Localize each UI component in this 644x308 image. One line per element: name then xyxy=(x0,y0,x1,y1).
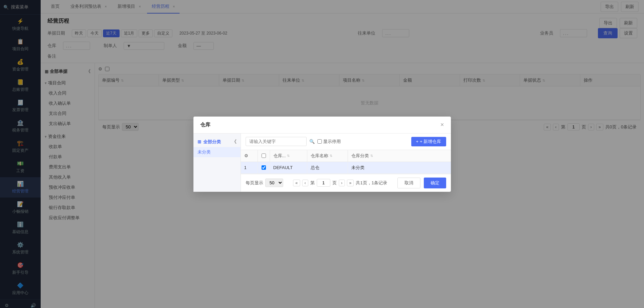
th-warehouse-category[interactable]: 仓库分类 ⇅ xyxy=(348,150,451,162)
modal-right-panel: 🔍 显示停用 + + 新增仓库 ⚙ xyxy=(241,134,451,192)
row-check[interactable] xyxy=(258,162,270,173)
modal-body: ⊞ 全部分类 《 未分类 🔍 显示停用 xyxy=(193,134,451,192)
modal-page-label: 页 xyxy=(332,180,337,186)
modal-overlay: 仓库 × ⊞ 全部分类 《 未分类 🔍 xyxy=(0,0,644,308)
warehouse-cat-sort-icon: ⇅ xyxy=(370,154,373,158)
modal-toolbar: 🔍 显示停用 + + 新增仓库 xyxy=(241,134,451,150)
th-warehouse-name[interactable]: 仓库名称 ⇅ xyxy=(307,150,348,162)
modal-per-page-label: 每页显示 xyxy=(246,180,263,186)
modal-title: 仓库 xyxy=(200,122,210,128)
modal-panel-collapse-btn[interactable]: 《 xyxy=(232,139,236,145)
row-name: 总仓 xyxy=(307,162,348,173)
modal-action-buttons: 取消 确定 xyxy=(397,178,446,188)
modal-select-all[interactable] xyxy=(262,153,266,158)
row-checkbox[interactable] xyxy=(262,165,266,170)
warehouse-modal: 仓库 × ⊞ 全部分类 《 未分类 🔍 xyxy=(193,117,451,192)
plus-icon: + xyxy=(416,139,419,144)
warehouse-code-sort-icon: ⇅ xyxy=(287,154,290,158)
modal-search-input[interactable] xyxy=(246,137,307,146)
all-category-header[interactable]: ⊞ 全部分类 《 xyxy=(193,137,241,147)
modal-page-prefix: 第 xyxy=(310,180,315,186)
th-num: ⚙ xyxy=(241,150,258,162)
modal-total-info: 共1页，1条记录 xyxy=(356,180,387,186)
modal-per-page: 每页显示 50 xyxy=(246,179,283,187)
warehouse-name-sort-icon: ⇅ xyxy=(330,154,332,158)
modal-search-icon[interactable]: 🔍 xyxy=(309,139,315,144)
all-category-label: 全部分类 xyxy=(203,139,221,145)
modal-header: 仓库 × xyxy=(193,117,451,134)
table-row[interactable]: 1 DEFAULT 总仓 未分类 xyxy=(241,162,451,174)
modal-close-button[interactable]: × xyxy=(440,121,444,128)
modal-per-page-select[interactable]: 50 xyxy=(265,179,283,187)
modal-last-page-btn[interactable]: » xyxy=(347,180,354,186)
modal-pagination: « ‹ 第 页 › » 共1页，1条记录 xyxy=(293,179,387,187)
th-warehouse-code[interactable]: 仓库... ⇅ xyxy=(270,150,307,162)
grid-small-icon: ⊞ xyxy=(198,139,201,144)
show-disabled-checkbox[interactable] xyxy=(317,139,322,144)
row-code: DEFAULT xyxy=(270,162,307,173)
modal-cancel-button[interactable]: 取消 xyxy=(397,178,420,188)
modal-left-panel: ⊞ 全部分类 《 未分类 xyxy=(193,134,241,192)
row-num: 1 xyxy=(241,162,258,173)
uncategorized-item[interactable]: 未分类 xyxy=(193,147,241,157)
modal-confirm-button[interactable]: 确定 xyxy=(424,178,446,188)
modal-prev-page-btn[interactable]: ‹ xyxy=(302,180,308,186)
modal-page-input[interactable] xyxy=(317,179,330,187)
th-check xyxy=(258,150,270,162)
row-category: 未分类 xyxy=(348,162,451,173)
modal-table: ⚙ 仓库... ⇅ 仓库名称 ⇅ xyxy=(241,150,451,174)
add-warehouse-button[interactable]: + + 新增仓库 xyxy=(411,137,446,146)
modal-footer: 每页显示 50 « ‹ 第 页 › » 共1页，1条记录 xyxy=(241,174,451,192)
modal-first-page-btn[interactable]: « xyxy=(293,180,300,186)
show-disabled-label[interactable]: 显示停用 xyxy=(317,139,341,145)
modal-table-header: ⚙ 仓库... ⇅ 仓库名称 ⇅ xyxy=(241,150,451,162)
modal-next-page-btn[interactable]: › xyxy=(339,180,345,186)
gear-col-icon[interactable]: ⚙ xyxy=(244,153,248,158)
